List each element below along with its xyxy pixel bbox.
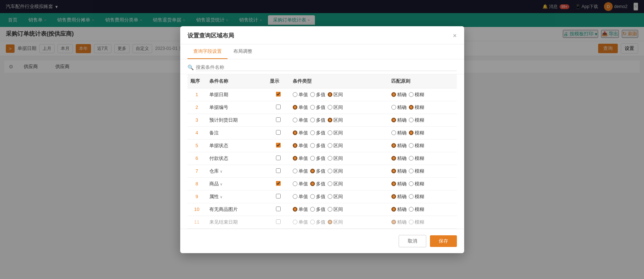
type-multi-radio[interactable]: 多值 — [310, 206, 325, 213]
row-display[interactable] — [267, 203, 290, 216]
col-header-name: 条件名称 — [206, 74, 267, 89]
modal-search-input[interactable] — [196, 64, 457, 71]
row-seq: 8 — [187, 177, 206, 190]
row-match: 精确模糊 — [388, 177, 457, 190]
type-range-radio[interactable]: 区间 — [328, 104, 343, 111]
modal-tab-layout[interactable]: 布局调整 — [228, 44, 258, 59]
modal-search-area: 🔍 — [180, 59, 464, 74]
match-fuzzy-radio[interactable]: 模糊 — [409, 104, 424, 111]
col-header-match: 匹配原则 — [388, 74, 457, 89]
display-checkbox[interactable] — [276, 219, 281, 224]
row-match: 精确模糊 — [388, 203, 457, 216]
match-exact-radio[interactable]: 精确 — [391, 104, 407, 111]
display-checkbox[interactable] — [276, 117, 281, 122]
modal-overlay: 设置查询区域布局 × 查询字段设置 布局调整 🔍 顺序 条件名称 — [0, 0, 644, 279]
type-single-radio[interactable]: 单值 — [293, 219, 308, 225]
modal-tab-query-fields[interactable]: 查询字段设置 — [187, 44, 228, 59]
row-display[interactable] — [267, 152, 290, 165]
match-fuzzy-radio[interactable]: 模糊 — [409, 130, 424, 136]
match-exact-radio[interactable]: 精确 — [391, 130, 407, 136]
match-exact-radio[interactable]: 精确 — [391, 117, 407, 123]
match-exact-radio[interactable]: 精确 — [391, 142, 407, 149]
row-display[interactable] — [267, 126, 290, 139]
type-range-radio[interactable]: 区间 — [328, 117, 343, 123]
row-type: 单值多值区间 — [290, 216, 388, 228]
row-type: 单值多值区间 — [290, 88, 388, 101]
type-single-radio[interactable]: 单值 — [293, 117, 308, 123]
match-exact-radio[interactable]: 精确 — [391, 168, 407, 174]
type-single-radio[interactable]: 单值 — [293, 168, 308, 174]
type-range-radio[interactable]: 区间 — [328, 168, 343, 174]
match-fuzzy-radio[interactable]: 模糊 — [409, 193, 424, 200]
display-checkbox[interactable] — [276, 168, 281, 173]
type-range-radio[interactable]: 区间 — [328, 219, 343, 225]
save-button[interactable]: 保存 — [430, 235, 457, 247]
dropdown-icon: ∨ — [220, 169, 222, 173]
match-exact-radio[interactable]: 精确 — [391, 181, 407, 187]
type-range-radio[interactable]: 区间 — [328, 142, 343, 149]
type-multi-radio[interactable]: 多值 — [310, 117, 325, 123]
match-exact-radio[interactable]: 精确 — [391, 193, 407, 200]
display-checkbox[interactable] — [276, 130, 281, 135]
display-checkbox[interactable] — [276, 105, 281, 109]
match-exact-radio[interactable]: 精确 — [391, 91, 407, 98]
row-display[interactable] — [267, 114, 290, 126]
type-single-radio[interactable]: 单值 — [293, 181, 308, 187]
modal-close-button[interactable]: × — [453, 32, 457, 40]
match-exact-radio[interactable]: 精确 — [391, 155, 407, 162]
type-single-radio[interactable]: 单值 — [293, 91, 308, 98]
type-range-radio[interactable]: 区间 — [328, 206, 343, 213]
row-display[interactable] — [267, 165, 290, 177]
match-fuzzy-radio[interactable]: 模糊 — [409, 117, 424, 123]
type-single-radio[interactable]: 单值 — [293, 130, 308, 136]
row-display[interactable] — [267, 190, 290, 203]
type-multi-radio[interactable]: 多值 — [310, 142, 325, 149]
type-range-radio[interactable]: 区间 — [328, 155, 343, 162]
type-range-radio[interactable]: 区间 — [328, 130, 343, 136]
type-multi-radio[interactable]: 多值 — [310, 91, 325, 98]
type-multi-radio[interactable]: 多值 — [310, 168, 325, 174]
cancel-button[interactable]: 取消 — [399, 235, 426, 247]
display-checkbox[interactable] — [276, 92, 281, 97]
row-display[interactable] — [267, 139, 290, 152]
row-match: 精确模糊 — [388, 165, 457, 177]
display-checkbox[interactable] — [276, 194, 281, 199]
row-seq: 2 — [187, 101, 206, 114]
match-fuzzy-radio[interactable]: 模糊 — [409, 219, 424, 225]
type-single-radio[interactable]: 单值 — [293, 206, 308, 213]
row-name: 单据编号 — [206, 101, 267, 114]
modal-footer: 取消 保存 — [180, 229, 464, 253]
display-checkbox[interactable] — [276, 143, 281, 148]
display-checkbox[interactable] — [276, 181, 281, 186]
match-fuzzy-radio[interactable]: 模糊 — [409, 142, 424, 149]
row-display[interactable] — [267, 101, 290, 114]
row-name: 商品 ∨ — [206, 177, 267, 190]
type-multi-radio[interactable]: 多值 — [310, 155, 325, 162]
match-fuzzy-radio[interactable]: 模糊 — [409, 155, 424, 162]
display-checkbox[interactable] — [276, 207, 281, 211]
type-single-radio[interactable]: 单值 — [293, 142, 308, 149]
row-display[interactable] — [267, 177, 290, 190]
type-single-radio[interactable]: 单值 — [293, 155, 308, 162]
type-multi-radio[interactable]: 多值 — [310, 181, 325, 187]
type-range-radio[interactable]: 区间 — [328, 181, 343, 187]
type-multi-radio[interactable]: 多值 — [310, 130, 325, 136]
match-fuzzy-radio[interactable]: 模糊 — [409, 181, 424, 187]
display-checkbox[interactable] — [276, 156, 281, 160]
modal-header: 设置查询区域布局 × — [180, 26, 464, 44]
type-multi-radio[interactable]: 多值 — [310, 193, 325, 200]
match-fuzzy-radio[interactable]: 模糊 — [409, 91, 424, 98]
type-range-radio[interactable]: 区间 — [328, 91, 343, 98]
type-multi-radio[interactable]: 多值 — [310, 104, 325, 111]
match-fuzzy-radio[interactable]: 模糊 — [409, 168, 424, 174]
row-seq: 6 — [187, 152, 206, 165]
type-range-radio[interactable]: 区间 — [328, 193, 343, 200]
match-exact-radio[interactable]: 精确 — [391, 206, 407, 213]
match-fuzzy-radio[interactable]: 模糊 — [409, 206, 424, 213]
type-multi-radio[interactable]: 多值 — [310, 219, 325, 225]
type-single-radio[interactable]: 单值 — [293, 193, 308, 200]
type-single-radio[interactable]: 单值 — [293, 104, 308, 111]
row-display[interactable] — [267, 216, 290, 228]
match-exact-radio[interactable]: 精确 — [391, 219, 407, 225]
row-display[interactable] — [267, 88, 290, 101]
